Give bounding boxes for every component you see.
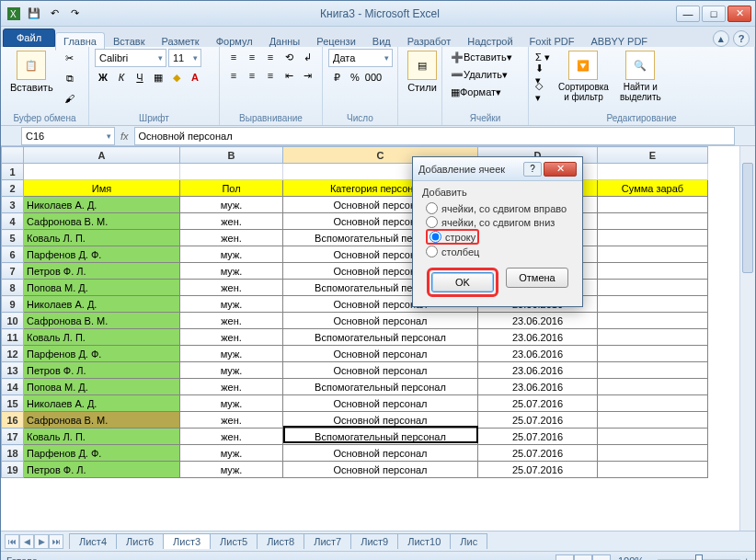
cell-gender[interactable]: жен. — [180, 412, 283, 429]
maximize-button[interactable]: □ — [702, 6, 726, 22]
cell-sum[interactable] — [598, 445, 708, 462]
cell-gender[interactable]: муж. — [180, 362, 283, 379]
cell-gender[interactable]: муж. — [180, 346, 283, 362]
row-header-8[interactable]: 8 — [2, 280, 24, 296]
cells-delete-button[interactable]: ➖ Удалить ▾ — [448, 66, 510, 83]
fx-icon[interactable]: fx — [120, 131, 129, 142]
cell-date[interactable]: 25.07.2016 — [478, 429, 598, 445]
col-header-B[interactable]: B — [180, 147, 283, 164]
cell-category[interactable]: Основной персонал — [283, 445, 478, 462]
sheet-tab-Лист3[interactable]: Лист3 — [163, 533, 211, 549]
fill-color-button[interactable]: ◆ — [168, 69, 185, 86]
styles-button[interactable]: ▤ Стили — [404, 49, 441, 95]
cell-name[interactable]: Николаев А. Д. — [24, 395, 180, 412]
wrap-text-icon[interactable]: ↲ — [299, 49, 315, 65]
cell-gender[interactable]: жен. — [180, 213, 283, 230]
cell-name[interactable]: Коваль Л. П. — [24, 329, 180, 346]
col-header-A[interactable]: A — [24, 147, 180, 164]
italic-button[interactable]: К — [113, 69, 130, 86]
cell-name[interactable]: Парфенов Д. Ф. — [24, 246, 180, 263]
cell-name[interactable]: Петров Ф. Л. — [24, 362, 180, 379]
ok-button[interactable]: OK — [431, 272, 494, 292]
clear-icon[interactable]: ◇ ▾ — [534, 84, 551, 100]
view-pagebreak-icon[interactable] — [592, 554, 611, 561]
cell-name[interactable]: Коваль Л. П. — [24, 429, 180, 445]
cell-gender[interactable]: жен. — [180, 280, 283, 296]
sheet-tab-Лист5[interactable]: Лист5 — [210, 533, 258, 549]
sheet-tab-Лист10[interactable]: Лист10 — [397, 533, 451, 549]
cell-name[interactable]: Сафронова В. М. — [24, 213, 180, 230]
cell-name[interactable]: Сафронова В. М. — [24, 412, 180, 429]
font-size-combo[interactable]: 11 — [168, 49, 201, 67]
row-header-5[interactable]: 5 — [2, 230, 24, 246]
worksheet-grid[interactable]: ABCDE12ИмяПолКатегория персоналаДата при… — [1, 146, 755, 531]
format-painter-icon[interactable]: 🖌 — [61, 89, 79, 108]
cell-sum[interactable] — [598, 296, 708, 313]
cell-sum[interactable] — [598, 280, 708, 296]
formula-bar[interactable]: Основной персонал — [134, 127, 735, 145]
cell-date[interactable]: 23.06.2016 — [478, 329, 598, 346]
help-icon[interactable]: ? — [733, 30, 750, 47]
cell-category[interactable]: Вспомогательный персонал — [283, 329, 478, 346]
cell-gender[interactable]: муж. — [180, 395, 283, 412]
row-header-18[interactable]: 18 — [2, 445, 24, 462]
close-button[interactable]: ✕ — [727, 6, 751, 22]
cell-gender[interactable]: муж. — [180, 462, 283, 478]
ribbon-minimize-icon[interactable]: ▴ — [713, 30, 729, 47]
row-header-7[interactable]: 7 — [2, 263, 24, 280]
excel-icon[interactable]: X — [5, 5, 23, 23]
radio-option-0[interactable]: ячейки, со сдвигом вправо — [426, 201, 573, 215]
row-header-17[interactable]: 17 — [2, 429, 24, 445]
percent-icon[interactable]: % — [347, 69, 363, 86]
zoom-in-icon[interactable]: + — [744, 555, 750, 561]
cell-sum[interactable] — [598, 246, 708, 263]
cell-sum[interactable] — [598, 313, 708, 329]
cell-category[interactable]: Основной персонал — [283, 462, 478, 478]
cell-category[interactable]: Основной персонал — [283, 346, 478, 362]
row-header-11[interactable]: 11 — [2, 329, 24, 346]
radio-input-1[interactable] — [426, 216, 438, 228]
cell-name[interactable]: Попова М. Д. — [24, 379, 180, 395]
redo-icon[interactable]: ↷ — [65, 5, 84, 23]
col-header-E[interactable]: E — [598, 147, 708, 164]
cell-date[interactable]: 23.06.2016 — [478, 362, 598, 379]
cell-sum[interactable] — [598, 379, 708, 395]
cell-name[interactable]: Коваль Л. П. — [24, 230, 180, 246]
orientation-icon[interactable]: ⟲ — [281, 49, 297, 65]
cell-gender[interactable]: муж. — [180, 263, 283, 280]
cell-gender[interactable]: жен. — [180, 313, 283, 329]
cell-category[interactable]: Основной персонал — [283, 362, 478, 379]
cell-date[interactable]: 25.07.2016 — [478, 395, 598, 412]
cell-category[interactable]: Основной персонал — [283, 395, 478, 412]
dialog-close-button[interactable]: ✕ — [544, 162, 577, 177]
underline-button[interactable]: Ч — [132, 69, 148, 86]
cell-gender[interactable]: муж. — [180, 296, 283, 313]
cell-gender[interactable]: муж. — [180, 445, 283, 462]
tab-file[interactable]: Файл — [3, 29, 55, 47]
bold-button[interactable]: Ж — [95, 69, 111, 86]
border-button[interactable]: ▦ — [150, 69, 166, 86]
align-center-icon[interactable]: ≡ — [244, 67, 260, 84]
minimize-button[interactable]: — — [676, 6, 700, 22]
undo-icon[interactable]: ↶ — [45, 5, 63, 23]
cells-format-button[interactable]: ▦ Формат ▾ — [448, 84, 504, 100]
radio-input-2[interactable] — [430, 231, 441, 243]
row-header-13[interactable]: 13 — [2, 362, 24, 379]
cell-name[interactable]: Сафронова В. М. — [24, 313, 180, 329]
cell-category[interactable]: Вспомогательный персонал — [283, 379, 478, 395]
sheet-tab-Лист8[interactable]: Лист8 — [257, 533, 304, 549]
sheet-nav-prev-icon[interactable]: ◀ — [19, 534, 34, 549]
cancel-button[interactable]: Отмена — [506, 268, 568, 288]
sheet-tab-Лист9[interactable]: Лист9 — [350, 533, 398, 549]
select-all-corner[interactable] — [2, 147, 24, 164]
cell-sum[interactable] — [598, 230, 708, 246]
zoom-out-icon[interactable]: − — [647, 555, 653, 561]
sheet-nav-last-icon[interactable]: ⏭ — [49, 534, 63, 549]
comma-icon[interactable]: 000 — [365, 69, 382, 86]
align-middle-icon[interactable]: ≡ — [244, 49, 260, 65]
cell-sum[interactable] — [598, 362, 708, 379]
sheet-tab-Лист6[interactable]: Лист6 — [116, 533, 164, 549]
cell-sum[interactable] — [598, 429, 708, 445]
row-header-9[interactable]: 9 — [2, 296, 24, 313]
cell-sum[interactable] — [598, 412, 708, 429]
